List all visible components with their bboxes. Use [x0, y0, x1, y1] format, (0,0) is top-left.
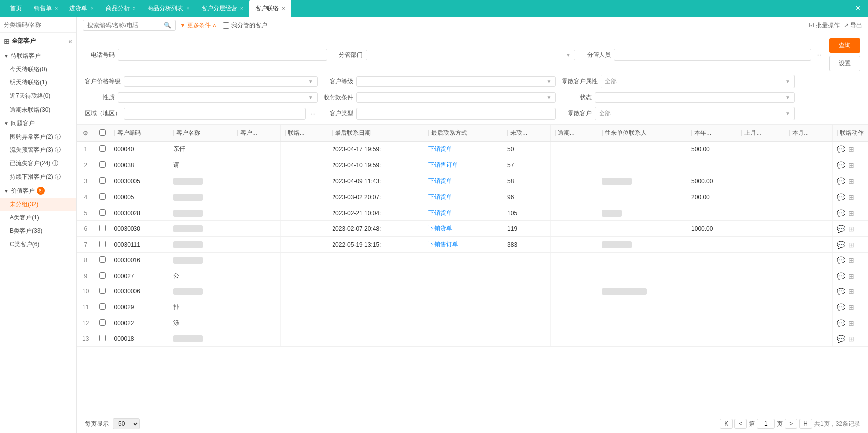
row-checkbox[interactable]	[99, 241, 106, 247]
table-cell[interactable]	[95, 315, 110, 331]
close-icon[interactable]: ×	[240, 5, 243, 11]
close-icon[interactable]: ×	[55, 5, 58, 11]
table-cell[interactable]	[95, 331, 110, 347]
sidebar-item-loss-warning[interactable]: 流失预警客户(3) ⓘ	[0, 144, 76, 157]
table-cell[interactable]	[95, 237, 110, 253]
contact-way-link[interactable]: 下销货单	[428, 193, 452, 200]
sidebar-item-class-b[interactable]: B类客户(33)	[0, 224, 76, 238]
batch-ops-button[interactable]: ☑ 批量操作	[809, 21, 840, 30]
close-icon[interactable]: ×	[133, 5, 135, 11]
message-icon[interactable]: 💬	[837, 177, 845, 185]
table-cell[interactable]	[95, 253, 110, 268]
row-checkbox[interactable]	[99, 193, 106, 200]
my-customers-checkbox[interactable]: 我分管的客户	[223, 21, 267, 30]
table-cell[interactable]	[95, 157, 110, 173]
person-input[interactable]	[614, 49, 811, 61]
message-icon[interactable]: 💬	[837, 241, 845, 249]
close-icon[interactable]: ×	[282, 5, 285, 11]
qr-icon[interactable]: ⊞	[848, 209, 854, 217]
scatter-attr-select[interactable]: 全部 ▼	[601, 75, 795, 88]
message-icon[interactable]: 💬	[837, 145, 845, 153]
first-page-button[interactable]: K	[720, 419, 733, 429]
row-checkbox[interactable]	[99, 225, 106, 231]
row-checkbox[interactable]	[99, 256, 106, 263]
search-icon[interactable]: 🔍	[164, 22, 171, 29]
sidebar-item-overdue-uncontacted[interactable]: 逾期未联络(30)	[0, 103, 76, 117]
qr-icon[interactable]: ⊞	[848, 161, 854, 169]
row-checkbox[interactable]	[99, 209, 106, 216]
sidebar-group-pending[interactable]: ▼ 待联络客户	[0, 49, 76, 63]
qr-icon[interactable]: ⊞	[848, 256, 854, 264]
message-icon[interactable]: 💬	[837, 303, 845, 311]
sidebar-group-problem[interactable]: ▼ 问题客户	[0, 117, 76, 130]
customer-type-input[interactable]	[356, 108, 556, 120]
message-icon[interactable]: 💬	[837, 272, 845, 280]
all-customers-header[interactable]: ⊞ 全部客户 «	[0, 33, 76, 49]
ellipsis-icon[interactable]: ···	[814, 51, 823, 58]
status-select[interactable]: ▼	[595, 92, 795, 103]
close-icon[interactable]: ×	[186, 5, 189, 11]
contact-way-link[interactable]: 下销货单	[428, 145, 452, 152]
last-page-button[interactable]: H	[799, 419, 812, 429]
sidebar-item-tomorrow-pending[interactable]: 明天待联络(1)	[0, 76, 76, 89]
next-page-button[interactable]: >	[785, 419, 797, 429]
nav-tab-home[interactable]: 首页	[4, 0, 28, 17]
customer-tier-select[interactable]: ▼	[356, 76, 556, 87]
table-cell[interactable]	[95, 189, 110, 205]
qr-icon[interactable]: ⊞	[848, 145, 854, 153]
qr-icon[interactable]: ⊞	[848, 319, 854, 327]
qr-icon[interactable]: ⊞	[848, 303, 854, 311]
dept-select[interactable]: ▼	[366, 50, 575, 60]
phone-input[interactable]	[118, 49, 327, 61]
row-checkbox[interactable]	[99, 272, 106, 279]
qr-icon[interactable]: ⊞	[848, 272, 854, 280]
ellipsis-icon[interactable]: ···	[309, 110, 318, 117]
payment-select[interactable]: ▼	[356, 92, 556, 103]
row-checkbox[interactable]	[99, 177, 106, 184]
contact-way-link[interactable]: 下销货单	[428, 225, 452, 232]
nav-tab-sales[interactable]: 销售单 ×	[28, 0, 64, 17]
table-cell[interactable]	[95, 205, 110, 221]
query-button[interactable]: 查询	[829, 38, 860, 53]
table-cell[interactable]	[95, 142, 110, 157]
contact-way-link[interactable]: 下销货单	[428, 209, 452, 216]
scatter-customer-select[interactable]: 全部 ▼	[595, 107, 795, 120]
page-input[interactable]	[757, 419, 775, 429]
price-tier-select[interactable]: ▼	[124, 76, 318, 87]
sidebar-item-class-a[interactable]: A类客户(1)	[0, 211, 76, 224]
sidebar-item-class-c[interactable]: C类客户(6)	[0, 238, 76, 251]
sidebar-item-unclassified[interactable]: 未分组(32)	[0, 198, 76, 211]
nav-tab-purchase[interactable]: 进货单 ×	[64, 0, 99, 17]
search-input[interactable]	[87, 22, 162, 29]
sidebar-item-lost[interactable]: 已流失客户(24) ⓘ	[0, 157, 76, 170]
table-cell[interactable]	[95, 173, 110, 189]
th-check[interactable]	[95, 125, 110, 142]
message-icon[interactable]: 💬	[837, 288, 845, 295]
nav-tab-customer-tier[interactable]: 客户分层经营 ×	[196, 0, 249, 17]
my-customers-check[interactable]	[223, 22, 229, 29]
table-cell[interactable]	[95, 299, 110, 315]
sidebar-item-7days-pending[interactable]: 近7天待联络(0)	[0, 89, 76, 103]
row-checkbox[interactable]	[99, 145, 106, 152]
nav-tab-goods-analysis[interactable]: 商品分析 ×	[100, 0, 141, 17]
table-cell[interactable]	[95, 268, 110, 284]
export-button[interactable]: ↗ 导出	[844, 21, 862, 30]
qr-icon[interactable]: ⊞	[848, 177, 854, 185]
qr-icon[interactable]: ⊞	[848, 335, 854, 343]
message-icon[interactable]: 💬	[837, 225, 845, 233]
table-cell[interactable]	[95, 221, 110, 237]
th-settings[interactable]: ⚙	[77, 125, 95, 142]
message-icon[interactable]: 💬	[837, 335, 845, 343]
more-conditions-button[interactable]: ▼ 更多条件 ∧	[180, 21, 217, 30]
message-icon[interactable]: 💬	[837, 319, 845, 327]
qr-icon[interactable]: ⊞	[848, 225, 854, 233]
refresh-icon[interactable]: ↻	[37, 187, 45, 195]
table-cell[interactable]	[95, 284, 110, 299]
message-icon[interactable]: 💬	[837, 256, 845, 264]
contact-way-link[interactable]: 下销售订单	[428, 161, 458, 168]
region-input[interactable]	[124, 108, 306, 120]
qr-icon[interactable]: ⊞	[848, 241, 854, 249]
select-all-checkbox[interactable]	[99, 129, 106, 136]
row-checkbox[interactable]	[99, 319, 106, 326]
contact-way-link[interactable]: 下销售订单	[428, 241, 458, 248]
